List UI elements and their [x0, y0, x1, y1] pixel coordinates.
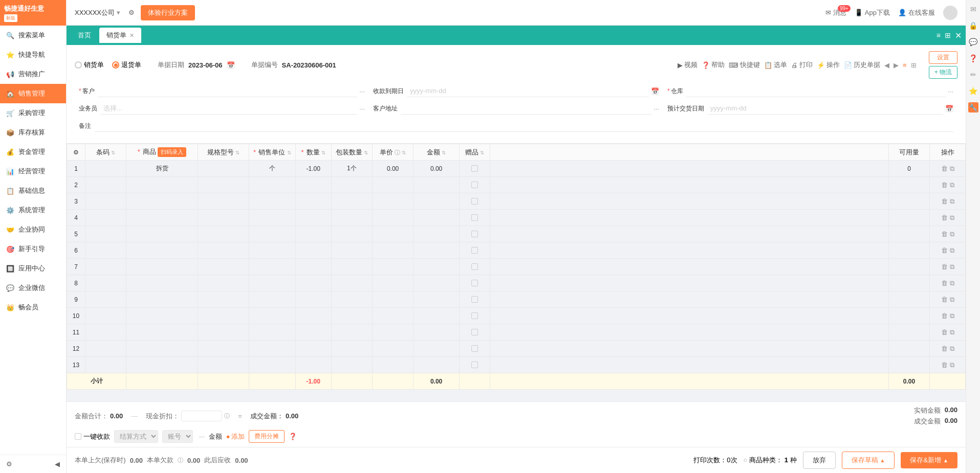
nav-prev-icon[interactable]: ◀ [884, 61, 889, 69]
sidebar-item-finance[interactable]: 💰 资金管理 [0, 142, 66, 162]
copy-icon[interactable]: ⧉ [950, 214, 954, 222]
sidebar-item-collab[interactable]: 🤝 企业协同 [0, 220, 66, 239]
account-dots-icon[interactable]: ··· [199, 433, 205, 440]
right-panel-icon-6[interactable]: ⭐ [968, 86, 978, 96]
right-panel-icon-4[interactable]: ❓ [968, 53, 978, 63]
tab-close-icon[interactable]: ✕ [129, 32, 134, 39]
delete-icon[interactable]: 🗑 [941, 296, 948, 303]
right-panel-icon-1[interactable]: ✉ [968, 4, 978, 14]
settle-method-select[interactable]: 结算方式 [114, 430, 158, 443]
copy-icon[interactable]: ⧉ [950, 345, 954, 353]
sidebar-item-search[interactable]: 🔍 搜索菜单 [0, 26, 66, 45]
toolbar-print[interactable]: 🖨 打印 [791, 60, 813, 70]
warehouse-dots-icon[interactable]: ··· [948, 87, 953, 95]
copy-icon[interactable]: ⧉ [950, 197, 954, 206]
row-gift[interactable] [460, 341, 490, 357]
toolbar-shortcut[interactable]: ⌨ 快捷键 [729, 60, 760, 70]
tab-list-icon[interactable]: ≡ [937, 31, 941, 39]
copy-icon[interactable]: ⧉ [950, 181, 954, 189]
message-button[interactable]: ✉ 消息 99+ [825, 8, 846, 17]
sidebar-item-guide[interactable]: 🎯 新手引导 [0, 239, 66, 259]
scan-button[interactable]: 扫码录入 [158, 147, 186, 157]
settings-icon[interactable]: ⚙ [6, 460, 12, 468]
row-gift[interactable] [460, 308, 490, 324]
row-gift[interactable] [460, 242, 490, 259]
copy-icon[interactable]: ⧉ [950, 279, 954, 287]
row-ops[interactable]: 🗑⧉ [930, 324, 966, 341]
row-gift[interactable] [460, 324, 490, 341]
radio-sales-order[interactable]: 销货单 [75, 60, 104, 70]
calendar-icon[interactable]: 📅 [227, 61, 235, 69]
salesperson-dots-icon[interactable]: ··· [359, 105, 365, 112]
delete-icon[interactable]: 🗑 [941, 345, 948, 352]
view-list-icon[interactable]: ≡ [903, 61, 907, 69]
one-click-pay-checkbox[interactable]: 一键收款 [75, 432, 110, 441]
row-ops[interactable]: 🗑⧉ [930, 226, 966, 242]
copy-icon[interactable]: ⧉ [950, 312, 954, 320]
collapse-icon[interactable]: ◀ [55, 460, 60, 468]
save-draft-button[interactable]: 保存草稿 ▲ [842, 452, 895, 469]
row-gift[interactable] [460, 193, 490, 210]
row-ops[interactable]: 🗑⧉ [930, 177, 966, 193]
app-download-button[interactable]: 📱 App下载 [855, 8, 890, 17]
add-button[interactable]: ● 添加 [226, 432, 245, 441]
right-panel-icon-5[interactable]: ✏ [968, 70, 978, 80]
delivery-cal-icon[interactable]: 📅 [945, 105, 953, 112]
delete-icon[interactable]: 🗑 [941, 197, 948, 205]
delete-icon[interactable]: 🗑 [941, 279, 948, 287]
account-select[interactable]: 账号 [162, 430, 193, 443]
delete-icon[interactable]: 🗑 [941, 214, 948, 221]
abandon-button[interactable]: 放弃 [803, 452, 836, 469]
delivery-date-input[interactable] [707, 102, 943, 115]
row-gift[interactable] [460, 161, 490, 177]
calendar-icon[interactable]: 📅 [651, 87, 659, 95]
setting-button[interactable]: 设置 [929, 51, 957, 64]
topbar-gear-icon[interactable]: ⚙ [128, 9, 135, 16]
customer-dots-icon[interactable]: ··· [359, 87, 365, 95]
product-type-icon[interactable]: ○ [744, 456, 748, 464]
sidebar-item-purchase[interactable]: 🛒 采购管理 [0, 103, 66, 123]
close-all-icon[interactable]: ✕ [955, 31, 962, 40]
toolbar-operate[interactable]: ⚡ 操作 [817, 60, 840, 70]
discount-info-icon[interactable]: ⓘ [224, 412, 230, 420]
col-gear[interactable]: ⚙ [67, 144, 85, 161]
salesperson-input[interactable] [100, 102, 357, 115]
sidebar-item-system[interactable]: ⚙️ 系统管理 [0, 200, 66, 220]
owe-info-icon[interactable]: ⓘ [178, 457, 183, 464]
logistics-button[interactable]: + 物流 [929, 66, 957, 79]
delete-icon[interactable]: 🗑 [941, 181, 948, 189]
row-gift[interactable] [460, 275, 490, 291]
row-gift[interactable] [460, 357, 490, 373]
customer-input[interactable] [98, 85, 357, 97]
row-ops[interactable]: 🗑⧉ [930, 161, 966, 177]
toolbar-history[interactable]: 📄 历史单据 [844, 60, 880, 70]
radio-return-order[interactable]: 退货单 [112, 60, 141, 70]
right-panel-icon-3[interactable]: 💬 [968, 37, 978, 47]
delete-icon[interactable]: 🗑 [941, 361, 948, 369]
customer-addr-input[interactable] [401, 102, 651, 115]
row-gift[interactable] [460, 177, 490, 193]
delete-icon[interactable]: 🗑 [941, 328, 948, 336]
copy-icon[interactable]: ⧉ [950, 296, 954, 304]
toolbar-help[interactable]: ❓ 帮助 [702, 60, 725, 70]
row-ops[interactable]: 🗑⧉ [930, 242, 966, 259]
row-ops[interactable]: 🗑⧉ [930, 357, 966, 373]
row-gift[interactable] [460, 291, 490, 308]
expense-help-icon[interactable]: ❓ [289, 433, 297, 440]
sidebar-item-quicknav[interactable]: ⭐ 快捷导航 [0, 45, 66, 64]
row-ops[interactable]: 🗑⧉ [930, 275, 966, 291]
delete-icon[interactable]: 🗑 [941, 246, 948, 254]
copy-icon[interactable]: ⧉ [950, 165, 954, 173]
delete-icon[interactable]: 🗑 [941, 312, 948, 320]
view-card-icon[interactable]: ⊞ [911, 61, 917, 69]
delete-icon[interactable]: 🗑 [941, 263, 948, 271]
expense-button[interactable]: 费用分摊 [249, 430, 285, 443]
row-ops[interactable]: 🗑⧉ [930, 259, 966, 275]
copy-icon[interactable]: ⧉ [950, 263, 954, 271]
row-gift[interactable] [460, 259, 490, 275]
right-panel-icon-7[interactable]: 🔧 [968, 102, 978, 112]
sidebar-item-marketing[interactable]: 📢 营销推广 [0, 64, 66, 84]
sidebar-item-sales[interactable]: 🏠 销售管理 [0, 84, 66, 103]
row-ops[interactable]: 🗑⧉ [930, 341, 966, 357]
copy-icon[interactable]: ⧉ [950, 361, 954, 369]
